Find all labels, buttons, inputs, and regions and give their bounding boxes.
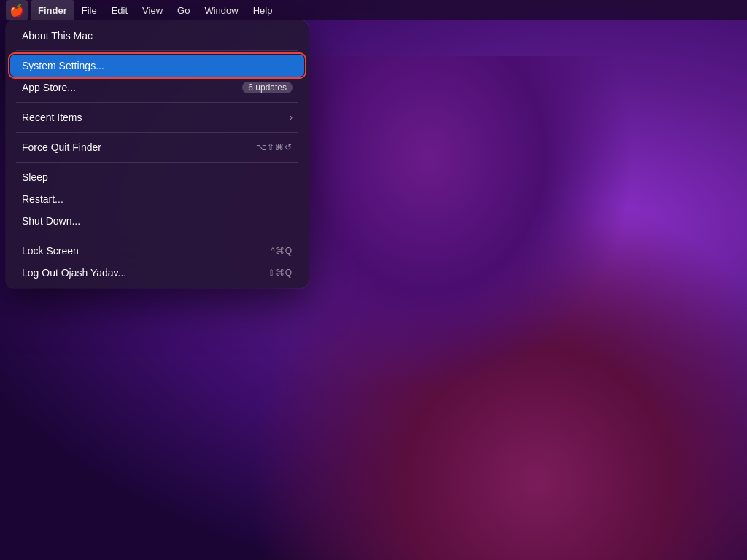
menu-item-force-quit[interactable]: Force Quit Finder ⌥⇧⌘↺ (10, 136, 304, 158)
chevron-right-icon: › (290, 112, 293, 122)
menubar-item-go[interactable]: Go (170, 0, 197, 20)
menubar-item-view[interactable]: View (135, 0, 170, 20)
force-quit-shortcut: ⌥⇧⌘↺ (256, 142, 293, 152)
log-out-shortcut: ⇧⌘Q (268, 268, 293, 278)
menubar-item-finder[interactable]: Finder (31, 0, 74, 20)
apple-icon: 🍎 (9, 4, 24, 18)
lock-screen-shortcut: ^⌘Q (271, 246, 293, 256)
menubar-item-file[interactable]: File (74, 0, 104, 20)
apple-dropdown-menu: About This Mac System Settings... App St… (6, 20, 309, 288)
menubar-item-edit[interactable]: Edit (104, 0, 135, 20)
menu-divider-0 (16, 50, 298, 51)
menubar-item-help[interactable]: Help (246, 0, 280, 20)
menu-item-sleep[interactable]: Sleep (10, 166, 304, 188)
menu-item-recent-items[interactable]: Recent Items › (10, 106, 304, 128)
menu-divider-3 (16, 162, 298, 163)
app-store-badge: 6 updates (242, 82, 293, 93)
menu-item-restart[interactable]: Restart... (10, 188, 304, 210)
menu-item-about[interactable]: About This Mac (10, 25, 304, 47)
menu-item-lock-screen[interactable]: Lock Screen ^⌘Q (10, 240, 304, 262)
apple-menu-button[interactable]: 🍎 (6, 0, 28, 20)
menu-item-system-settings[interactable]: System Settings... (10, 55, 304, 77)
menubar-item-window[interactable]: Window (197, 0, 245, 20)
menu-item-shut-down[interactable]: Shut Down... (10, 210, 304, 232)
menubar: 🍎 Finder File Edit View Go Window Help (0, 0, 747, 20)
menu-item-log-out[interactable]: Log Out Ojash Yadav... ⇧⌘Q (10, 262, 304, 284)
menu-divider-4 (16, 236, 298, 236)
menu-divider-1 (16, 102, 298, 103)
menu-divider-2 (16, 132, 298, 133)
menu-item-app-store[interactable]: App Store... 6 updates (10, 77, 304, 98)
